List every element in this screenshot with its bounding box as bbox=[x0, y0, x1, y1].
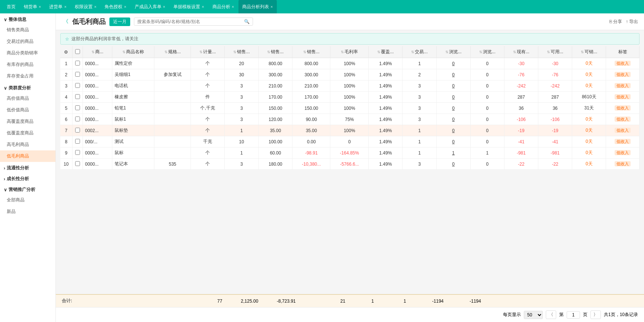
sidebar-item-capital[interactable]: 库存资金占用 bbox=[0, 70, 55, 82]
nav-item-analysis-list[interactable]: 商品分析列表 × bbox=[238, 0, 276, 13]
row-available: -242 bbox=[538, 80, 572, 92]
per-page-select[interactable]: 50 100 200 bbox=[524, 311, 543, 319]
sidebar-item-high-value[interactable]: 高价值商品 bbox=[0, 93, 55, 104]
sidebar-item-sales-products[interactable]: 销售类商品 bbox=[0, 24, 55, 36]
row-gross-margin: -164.85% bbox=[330, 147, 369, 159]
sidebar-group-growth[interactable]: › 成长性分析 bbox=[0, 173, 55, 184]
filter-recent-month-btn[interactable]: 近一月 bbox=[109, 17, 130, 26]
row-index: 8 bbox=[60, 136, 72, 147]
row-unit: 个 bbox=[191, 114, 225, 125]
nav-item-permission[interactable]: 权限设置 × bbox=[71, 0, 100, 13]
nav-item-home[interactable]: 首页 bbox=[3, 0, 19, 13]
row-checkbox[interactable] bbox=[72, 159, 83, 170]
nav-close-sales[interactable]: × bbox=[39, 4, 41, 9]
row-transaction: 1 bbox=[403, 58, 436, 69]
pagination-next-btn[interactable]: 〉 bbox=[590, 310, 601, 319]
nav-close-template[interactable]: × bbox=[202, 4, 204, 9]
row-checkbox[interactable] bbox=[72, 80, 83, 92]
search-input[interactable] bbox=[137, 19, 243, 24]
sidebar-item-all-products[interactable]: 全部商品 bbox=[0, 194, 55, 206]
row-checkbox[interactable] bbox=[72, 92, 83, 103]
nav-close-analysis-list[interactable]: × bbox=[270, 4, 273, 9]
row-coverage: 1.49% bbox=[369, 136, 403, 147]
col-code: ⇅商... bbox=[83, 46, 112, 58]
row-browse1[interactable]: 0 bbox=[436, 159, 470, 170]
row-browse1[interactable]: 0 bbox=[436, 69, 470, 80]
row-browse1[interactable]: 0 bbox=[436, 114, 470, 125]
row-current-stock: -106 bbox=[504, 114, 538, 125]
nav-close-role[interactable]: × bbox=[124, 4, 126, 9]
sidebar-group-circulation[interactable]: › 流通性分析 bbox=[0, 162, 55, 173]
row-name[interactable]: 吴细细1 bbox=[112, 69, 154, 80]
nav-item-purchase[interactable]: 进货单 × bbox=[45, 0, 70, 13]
col-checkbox[interactable] bbox=[72, 46, 83, 58]
row-checkbox[interactable] bbox=[72, 125, 83, 136]
row-name[interactable]: 测试 bbox=[112, 136, 154, 147]
row-name[interactable]: 鼠标1 bbox=[112, 114, 154, 125]
nav-item-product-entry[interactable]: 产成品入库单 × bbox=[131, 0, 169, 13]
sidebar-item-low-margin[interactable]: 低毛利商品 bbox=[0, 150, 55, 162]
row-tag: 低收入 bbox=[606, 103, 640, 114]
nav-item-sales[interactable]: 销货单 × bbox=[20, 0, 45, 13]
row-index: 10 bbox=[60, 159, 72, 170]
search-icon[interactable]: 🔍 bbox=[244, 19, 250, 24]
nav-close-purchase[interactable]: × bbox=[64, 4, 66, 9]
nav-close-analysis[interactable]: × bbox=[232, 4, 234, 9]
nav-item-template[interactable]: 单据模板设置 × bbox=[170, 0, 208, 13]
sidebar-item-high-coverage[interactable]: 高覆盖度商品 bbox=[0, 116, 55, 127]
col-browse2: ⇅浏览... bbox=[470, 46, 504, 58]
sidebar-group-marketing[interactable]: ∨ 营销推广分析 bbox=[0, 184, 55, 194]
table-row: 3 0000... 电话机 个 3 210.00 210.00 100% 1.4… bbox=[60, 80, 640, 92]
row-browse1[interactable]: 0 bbox=[436, 92, 470, 103]
nav-item-analysis[interactable]: 商品分析 × bbox=[209, 0, 238, 13]
sidebar-item-stock-products[interactable]: 有库存的商品 bbox=[0, 59, 55, 70]
row-sale-qty: 1 bbox=[225, 147, 259, 159]
row-saleable: 0天 bbox=[572, 125, 606, 136]
col-settings[interactable]: ⚙ bbox=[60, 46, 72, 58]
row-coverage: 1.49% bbox=[369, 114, 403, 125]
row-name[interactable]: 橡皮擦 bbox=[112, 92, 154, 103]
row-name[interactable]: 铅笔1 bbox=[112, 103, 154, 114]
sidebar-collapse-btn[interactable]: 《 bbox=[63, 18, 68, 25]
chevron-right-icon-2: › bbox=[4, 176, 5, 182]
row-browse1[interactable]: 0 bbox=[436, 80, 470, 92]
sidebar-item-high-margin[interactable]: 高毛利商品 bbox=[0, 139, 55, 150]
row-sale-amount: 150.00 bbox=[292, 103, 330, 114]
page-number-input[interactable] bbox=[567, 311, 580, 319]
sidebar-item-new-products[interactable]: 新品 bbox=[0, 206, 55, 217]
row-checkbox[interactable] bbox=[72, 58, 83, 69]
sidebar-group-segment[interactable]: ∨ 类群度分析 bbox=[0, 82, 55, 93]
row-name[interactable]: 鼠标垫 bbox=[112, 125, 154, 136]
row-available: -981 bbox=[538, 147, 572, 159]
share-btn[interactable]: ⎘ 分享 bbox=[609, 19, 622, 25]
row-name[interactable]: 属性定价 bbox=[112, 58, 154, 69]
row-name[interactable]: 电话机 bbox=[112, 80, 154, 92]
row-browse1[interactable]: 0 bbox=[436, 136, 470, 147]
nav-close-permission[interactable]: × bbox=[94, 4, 96, 9]
nav-close-product-entry[interactable]: × bbox=[163, 4, 165, 9]
pagination-prev-btn[interactable]: 〈 bbox=[546, 310, 556, 319]
row-code: 0000... bbox=[83, 69, 112, 80]
export-btn[interactable]: ↑ 导出 bbox=[626, 19, 638, 25]
sidebar-item-category-rate[interactable]: 商品分类助销率 bbox=[0, 47, 55, 59]
row-browse1[interactable]: 1 bbox=[436, 147, 470, 159]
row-browse1[interactable]: 0 bbox=[436, 125, 470, 136]
sidebar-group-overall[interactable]: ∨ 整体信息 bbox=[0, 13, 55, 24]
row-checkbox[interactable] bbox=[72, 114, 83, 125]
col-sale-price: ⇅销售... bbox=[259, 46, 292, 58]
sidebar-item-low-coverage[interactable]: 低覆盖度商品 bbox=[0, 127, 55, 139]
row-checkbox[interactable] bbox=[72, 147, 83, 159]
row-checkbox[interactable] bbox=[72, 69, 83, 80]
row-checkbox[interactable] bbox=[72, 103, 83, 114]
row-name[interactable]: 笔记本 bbox=[112, 159, 154, 170]
content-header: 《 低毛利商品 近一月 🔍 ⎘ 分享 ↑ 导出 bbox=[56, 13, 644, 30]
sidebar-item-low-value[interactable]: 低价值商品 bbox=[0, 104, 55, 116]
row-checkbox[interactable] bbox=[72, 136, 83, 147]
row-gross-margin: 100% bbox=[330, 92, 369, 103]
row-browse1[interactable]: 0 bbox=[436, 58, 470, 69]
select-all-checkbox[interactable] bbox=[75, 49, 80, 54]
row-browse1[interactable]: 0 bbox=[436, 103, 470, 114]
sidebar-item-traded[interactable]: 交易过的商品 bbox=[0, 36, 55, 47]
nav-item-role[interactable]: 角色授权 × bbox=[101, 0, 130, 13]
row-name[interactable]: 鼠标 bbox=[112, 147, 154, 159]
